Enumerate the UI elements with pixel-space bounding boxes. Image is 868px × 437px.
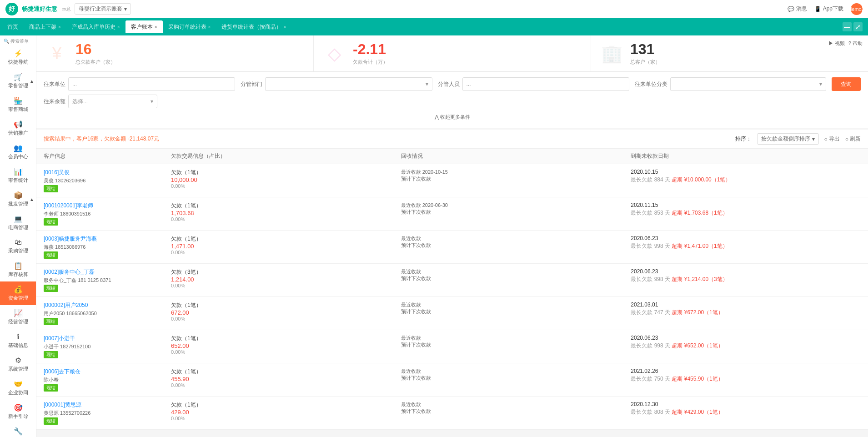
tab-minimize-button[interactable]: —	[843, 22, 852, 31]
sidebar-item-retail-stats[interactable]: 📊 零售统计	[0, 164, 36, 187]
vendor-input[interactable]: ...	[68, 77, 235, 91]
close-icon[interactable]: ×	[58, 25, 61, 30]
last-collect-0: 最近收款 2020-10-15	[401, 169, 631, 176]
next-collect-2: 预计下次收款	[401, 242, 631, 249]
last-collect-3: 最近收款	[401, 268, 631, 275]
balance-select[interactable]: 选择... ▾	[68, 95, 157, 108]
sidebar-item-label: 采购管理	[8, 247, 28, 254]
close-icon[interactable]: ×	[208, 25, 211, 30]
sidebar-item-retail-mgmt[interactable]: 🛒 零售管理 ▲	[0, 69, 36, 93]
customer-name-4[interactable]: [000002]用户2050	[44, 301, 171, 309]
sidebar-item-inventory[interactable]: 📋 库存核算	[0, 258, 36, 281]
close-icon[interactable]: ×	[155, 25, 157, 30]
overdue-info-2: 2020.06.23 最长欠款 998 天 超期 ¥1,471.00（1笔）	[631, 235, 861, 250]
help-btn[interactable]: ? 帮助	[848, 40, 863, 47]
debt-info-1: 欠款（1笔） 1,703.68 0.00%	[171, 202, 401, 222]
debt-amount-7[interactable]: 429.00	[171, 409, 401, 416]
collapse-button[interactable]: ⋀ 收起更多条件	[435, 114, 470, 121]
customer-name-0[interactable]: [0016]吴俊	[44, 169, 171, 176]
debt-amount-3[interactable]: 1,214.00	[171, 276, 401, 283]
collection-info-3: 最近收款 预计下次收款	[401, 268, 631, 282]
debt-count-3: 欠款（3笔）	[171, 268, 401, 276]
debt-amount-0[interactable]: 10,000.00	[171, 176, 401, 183]
app-download-btn[interactable]: 📱 App下载	[814, 5, 843, 13]
sidebar-item-operations[interactable]: 📈 经营管理	[0, 305, 36, 329]
tab-products-listing[interactable]: 商品上下架 ×	[24, 20, 66, 33]
person-input[interactable]: ...	[462, 77, 629, 91]
overdue-info-0: 2020.10.15 最长欠款 884 天 超期 ¥10,000.00（1笔）	[631, 169, 861, 184]
sidebar-item-retail-mall[interactable]: 🏪 零售商城	[0, 93, 36, 116]
tab-customer-account[interactable]: 客户账本 ×	[125, 20, 163, 33]
tab-home[interactable]: 首页	[2, 20, 24, 33]
overdue-link-7[interactable]: 超期 ¥429.00（1笔）	[672, 409, 723, 415]
debt-count-4: 欠款（1笔）	[171, 301, 401, 309]
tab-purchase-stats[interactable]: 采购订单统计表 ×	[163, 20, 216, 33]
overdue-info-6: 2021.02.26 最长欠款 750 天 超期 ¥455.90（1笔）	[631, 368, 861, 383]
customer-name-3[interactable]: [0002]服务中心_丁磊	[44, 268, 171, 276]
user-menu[interactable]: demo2	[851, 3, 863, 15]
customer-name-6[interactable]: [0006]去下粮仓	[44, 368, 171, 376]
close-icon[interactable]: ×	[117, 25, 120, 30]
store-selector[interactable]: 母婴行业演示账套 ▾	[75, 3, 131, 15]
vendor-label: 往来单位	[44, 80, 65, 88]
overdue-link-4[interactable]: 超期 ¥672.00（1笔）	[672, 309, 723, 316]
tab-purchase-stats-label: 采购订单统计表	[168, 23, 206, 31]
overdue-info-5: 2020.06.23 最长欠款 998 天 超期 ¥652.00（1笔）	[631, 335, 861, 350]
sidebar-item-basic-info[interactable]: ℹ 基础信息	[0, 329, 36, 352]
message-btn[interactable]: 💬 消息	[788, 5, 807, 13]
debt-amount-4[interactable]: 672.00	[171, 309, 401, 316]
overdue-link-2[interactable]: 超期 ¥1,471.00（1笔）	[672, 243, 728, 249]
sidebar-item-collab[interactable]: 🤝 企业协同	[0, 376, 36, 400]
overdue-link-1[interactable]: 超期 ¥1,703.68（1笔）	[672, 210, 728, 216]
tab-inventory-history-label: 产成品入库单历史	[72, 23, 115, 31]
debt-count-5: 欠款（1笔）	[171, 335, 401, 342]
logo-text: 畅捷通好生意	[22, 5, 57, 13]
sidebar-item-app-center[interactable]: 🔧 应用中心	[0, 423, 36, 437]
tab-expand-button[interactable]: ⤢	[853, 22, 863, 31]
customer-name-7[interactable]: [000001]黄思源	[44, 401, 171, 409]
debt-amount-2[interactable]: 1,471.00	[171, 243, 401, 250]
overdue-link-5[interactable]: 超期 ¥652.00（1笔）	[672, 342, 723, 349]
video-btn[interactable]: ▶ 视频	[828, 40, 845, 47]
sidebar-item-finance[interactable]: 💰 资金管理	[0, 281, 36, 305]
sidebar-top-label: 示意	[62, 6, 71, 12]
export-button[interactable]: ○ 导出	[824, 135, 840, 143]
overdue-days-2: 最长欠款 998 天 超期 ¥1,471.00（1笔）	[631, 242, 861, 250]
search-menu-label[interactable]: 🔍 搜索菜单	[0, 35, 36, 45]
debt-amount-5[interactable]: 652.00	[171, 342, 401, 349]
sidebar-item-ecommerce[interactable]: 💻 电商管理	[0, 211, 36, 235]
sidebar-item-marketing[interactable]: 📢 营销推广	[0, 116, 36, 140]
category-select[interactable]: ▾	[670, 77, 826, 91]
sidebar-item-member[interactable]: 👥 会员中心	[0, 140, 36, 164]
tab-bar: 首页 商品上下架 × 产成品入库单历史 × 客户账本 × 采购订单统计表 × 进…	[0, 18, 868, 35]
last-collect-6: 最近收款	[401, 368, 631, 375]
sidebar-item-label: 零售统计	[8, 177, 28, 184]
query-button[interactable]: 查询	[832, 77, 861, 91]
overdue-info-3: 2020.06.23 最长欠款 998 天 超期 ¥1,214.00（3笔）	[631, 268, 861, 283]
debt-amount-1[interactable]: 1,703.68	[171, 210, 401, 216]
sidebar-item-guide[interactable]: 🎯 新手引导	[0, 400, 36, 423]
tab-inventory-history[interactable]: 产成品入库单历史 ×	[66, 20, 125, 33]
customer-name-5[interactable]: [0007]小迸干	[44, 335, 171, 342]
dept-select[interactable]: ▾	[265, 77, 432, 91]
debt-percent-4: 0.00%	[171, 316, 401, 321]
overdue-info-7: 2020.12.30 最长欠款 808 天 超期 ¥429.00（1笔）	[631, 401, 861, 416]
sort-select[interactable]: 按欠款金额倒序排序 ▾	[757, 133, 819, 145]
customer-name-1[interactable]: [0001020001]李老师	[44, 202, 171, 210]
refresh-button[interactable]: ○ 刷新	[845, 135, 861, 143]
tab-goods-stats[interactable]: 进货单统计表（按商品） ×	[216, 20, 291, 33]
overdue-link-3[interactable]: 超期 ¥1,214.00（3笔）	[672, 276, 728, 282]
close-icon[interactable]: ×	[283, 25, 286, 30]
sidebar-item-system[interactable]: ⚙ 系统管理	[0, 352, 36, 376]
table-row: [0016]吴俊 吴俊 13026203696 现结 欠款（1笔） 10,000…	[36, 164, 868, 197]
customer-name-2[interactable]: [0003]畅捷服务尹海燕	[44, 235, 171, 243]
overdue-link-6[interactable]: 超期 ¥455.90（1笔）	[672, 376, 723, 382]
debt-amount-6[interactable]: 455.90	[171, 376, 401, 382]
sidebar-item-quick-nav[interactable]: ⚡ 快捷导航	[0, 45, 36, 69]
sidebar-item-wholesale[interactable]: 📦 批发管理 ▲	[0, 187, 36, 211]
customer-phone-4: 用户2050 18665062050	[44, 310, 171, 317]
sidebar-item-purchase[interactable]: 🛍 采购管理	[0, 235, 36, 258]
marketing-icon: 📢	[14, 120, 23, 129]
overdue-link-0[interactable]: 超期 ¥10,000.00（1笔）	[672, 176, 731, 183]
collection-info-1: 最近收款 2020-06-30 预计下次收款	[401, 202, 631, 216]
